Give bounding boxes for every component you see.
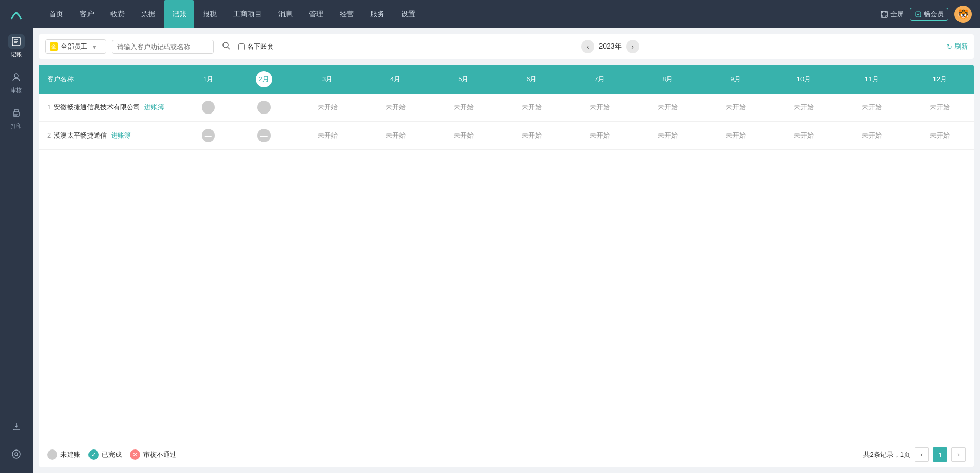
table-scroll[interactable]: 客户名称 1月 2月 3月 4月 5月 6月 7月 8月 9月: [39, 65, 974, 442]
status-not-started: 未开始: [930, 103, 950, 111]
member-label: 畅会员: [924, 10, 944, 19]
month-cell-1: —: [182, 122, 234, 150]
status-not-started: 未开始: [658, 131, 678, 139]
status-dash-icon: —: [257, 101, 271, 114]
search-input[interactable]: [112, 40, 214, 54]
member-button[interactable]: 畅会员: [910, 8, 948, 21]
employee-label: 全部员工: [61, 42, 87, 51]
logo: [0, 0, 33, 28]
svg-rect-10: [881, 11, 887, 17]
page-prev-button[interactable]: ‹: [915, 447, 929, 462]
nav-home[interactable]: 首页: [41, 0, 72, 28]
table-container: 客户名称 1月 2月 3月 4月 5月 6月 7月 8月 9月: [39, 65, 974, 467]
page-next-button[interactable]: ›: [951, 447, 966, 462]
fullscreen-button[interactable]: 全屏: [880, 10, 904, 19]
col-header-m2: 2月: [234, 65, 294, 94]
audit-icon: [8, 70, 25, 84]
month-cell-5: 未开始: [430, 94, 498, 122]
legend-gray-label: 未建账: [60, 450, 80, 459]
status-dash-icon: —: [202, 129, 215, 142]
nav-settings[interactable]: 设置: [393, 0, 424, 28]
sidebar-label-audit: 审核: [11, 86, 22, 94]
month-cell-10: 未开始: [770, 122, 838, 150]
legend-teal-label: 已完成: [102, 450, 122, 459]
col-header-m6: 6月: [498, 65, 566, 94]
month-cell-5: 未开始: [430, 122, 498, 150]
col-header-m4: 4月: [362, 65, 430, 94]
nav-service[interactable]: 服务: [362, 0, 393, 28]
mine-label: 名下账套: [247, 42, 274, 51]
year-next-button[interactable]: ›: [626, 40, 639, 53]
col-header-m8: 8月: [634, 65, 702, 94]
employee-select[interactable]: 全 全部员工 ▾: [45, 39, 106, 54]
sidebar-item-audit[interactable]: 审核: [0, 64, 33, 100]
status-not-started: 未开始: [862, 131, 882, 139]
sidebar-item-print[interactable]: 打印: [0, 100, 33, 136]
sidebar-support[interactable]: [0, 441, 33, 467]
ledger-icon: [8, 34, 25, 49]
col-header-m12: 12月: [906, 65, 974, 94]
mine-checkbox[interactable]: [238, 43, 245, 50]
month-cell-2: —: [234, 94, 294, 122]
status-not-started: 未开始: [522, 131, 542, 139]
status-not-started: 未开始: [454, 103, 474, 111]
month-cell-4: 未开始: [362, 122, 430, 150]
nav-message[interactable]: 消息: [270, 0, 301, 28]
col-header-m10: 10月: [770, 65, 838, 94]
nav-business[interactable]: 工商项目: [225, 0, 270, 28]
month-cell-4: 未开始: [362, 94, 430, 122]
row-number: 2: [47, 131, 51, 139]
col-header-m3: 3月: [294, 65, 362, 94]
refresh-button[interactable]: ↻ 刷新: [947, 42, 968, 51]
avatar[interactable]: 🐯: [954, 6, 972, 23]
status-not-started: 未开始: [318, 131, 338, 139]
year-display: 2023年: [598, 42, 621, 51]
col-header-m5: 5月: [430, 65, 498, 94]
status-dash-icon: —: [202, 101, 215, 114]
nav-tax[interactable]: 报税: [194, 0, 225, 28]
nav-billing[interactable]: 收费: [102, 0, 133, 28]
nav-operation[interactable]: 经营: [331, 0, 362, 28]
month-cell-6: 未开始: [498, 94, 566, 122]
toolbar: 全 全部员工 ▾ 名下账套 ‹ 2023年 ›: [39, 34, 974, 59]
sidebar-bottom: [0, 414, 33, 473]
legend-rejected: ✕ 审核不通过: [130, 449, 176, 460]
svg-point-4: [14, 74, 18, 78]
status-not-started: 未开始: [386, 103, 406, 111]
table-footer: — 未建账 ✓ 已完成 ✕ 审核不通过 共2条记录，1页 ‹ 1 ›: [39, 442, 974, 467]
sidebar-item-ledger[interactable]: 记账: [0, 28, 33, 64]
pagination: 共2条记录，1页 ‹ 1 ›: [863, 447, 966, 462]
topnav-menu: 首页 客户 收费 票据 记账 报税 工商项目 消息 管理 经营 服务 设置: [41, 0, 880, 28]
customer-name-cell: 1安徽畅捷通信息技术有限公司进账簿: [39, 94, 182, 122]
month-cell-8: 未开始: [634, 122, 702, 150]
nav-ledger[interactable]: 记账: [164, 0, 194, 28]
nav-invoice[interactable]: 票据: [133, 0, 164, 28]
month-cell-12: 未开始: [906, 122, 974, 150]
nav-customer[interactable]: 客户: [72, 0, 102, 28]
legend-teal-dot: ✓: [88, 449, 99, 460]
enter-ledger-link[interactable]: 进账簿: [144, 103, 164, 111]
month-cell-3: 未开始: [294, 94, 362, 122]
enter-ledger-link[interactable]: 进账簿: [111, 131, 131, 139]
year-prev-button[interactable]: ‹: [581, 40, 594, 53]
topnav-right: 全屏 畅会员 🐯: [880, 6, 972, 23]
sidebar-download[interactable]: [0, 414, 33, 439]
search-button[interactable]: [219, 40, 233, 53]
legend-completed: ✓ 已完成: [88, 449, 122, 460]
total-text: 共2条记录，1页: [863, 450, 910, 459]
mine-checkbox-label[interactable]: 名下账套: [238, 42, 274, 51]
status-not-started: 未开始: [590, 131, 610, 139]
status-not-started: 未开始: [318, 103, 338, 111]
fullscreen-label: 全屏: [890, 10, 904, 19]
sidebar: 记账 审核 打印: [0, 0, 33, 473]
status-not-started: 未开始: [794, 103, 814, 111]
sidebar-label-print: 打印: [11, 122, 22, 130]
svg-point-9: [15, 453, 18, 456]
svg-line-13: [228, 47, 230, 49]
col-header-m7: 7月: [566, 65, 634, 94]
status-not-started: 未开始: [590, 103, 610, 111]
topnav: 首页 客户 收费 票据 记账 报税 工商项目 消息 管理 经营 服务 设置: [33, 0, 980, 28]
month-cell-7: 未开始: [566, 122, 634, 150]
refresh-label: 刷新: [954, 42, 968, 51]
nav-manage[interactable]: 管理: [301, 0, 331, 28]
